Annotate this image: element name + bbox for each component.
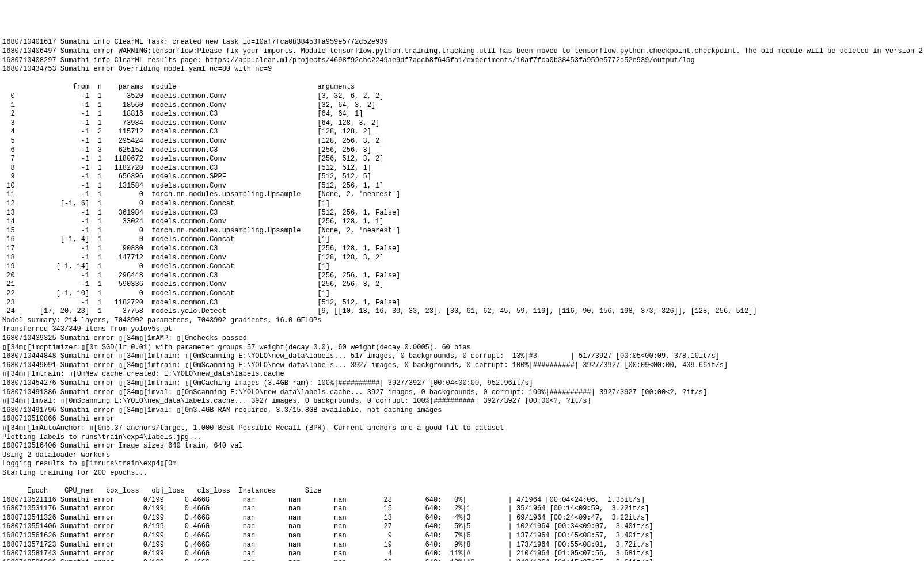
console-output: 1680710401617 Sumathi info ClearML Task:… (2, 38, 922, 561)
